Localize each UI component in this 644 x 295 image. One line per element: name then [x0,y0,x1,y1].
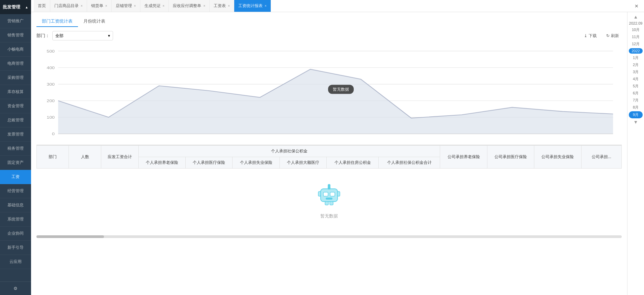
svg-rect-21 [325,202,328,205]
main-area: 首页门店商品目录×销货单×店铺管理×生成凭证×应收应付调整单×工资表×工资统计报… [31,0,644,295]
col-company-公司承担...: 公司承担... [581,146,621,169]
col-personal-个人承担住房公积金: 个人承担住房公积金 [327,157,379,169]
sidebar-item-asset[interactable]: 固定资产 [0,156,31,170]
svg-rect-19 [318,191,321,196]
timeline-month-current[interactable]: 9月 [629,111,643,118]
sidebar-item-ops[interactable]: 经营管理 [0,184,31,198]
sidebar-item-sys[interactable]: 系统管理 [0,212,31,227]
timeline-year-badge[interactable]: 2022 [629,48,642,54]
sidebar-item-corp[interactable]: 企业协同 [0,227,31,241]
close-all-tabs-button[interactable]: ✕ [632,3,641,9]
timeline-month-5月[interactable]: 5月 [627,83,644,90]
sidebar-item-app[interactable]: 云应用 [0,255,31,269]
refresh-icon: ↻ [606,33,610,38]
svg-text:100: 100 [47,115,55,120]
sub-tab-month[interactable]: 月份统计表 [78,16,111,27]
sidebar: 批发管理 ▲ 营销推广销售管理小畅电商电商管理采购管理库存核算资金管理总账管理发… [0,0,31,295]
scroll-bar-container[interactable] [36,233,622,241]
timeline-month-7月[interactable]: 7月 [627,97,644,104]
timeline-panel: ▲2022.0910月11月12月20221月2月3月4月5月6月7月8月9月▼ [627,12,644,295]
scroll-thumb[interactable] [36,235,104,238]
timeline-nav-up[interactable]: ▲ [633,13,639,20]
sidebar-item-basic[interactable]: 基础信息 [0,198,31,212]
col-company-公司承担养老保险: 公司承担养老保险 [440,146,487,169]
tab-close-sales-order[interactable]: × [105,4,107,8]
tab-close-report[interactable]: × [265,4,267,8]
timeline-nav-down[interactable]: ▼ [633,119,639,125]
timeline-month-6月[interactable]: 6月 [627,90,644,97]
svg-point-18 [328,184,330,187]
svg-rect-22 [330,202,333,205]
sidebar-item-guide[interactable]: 新手引导 [0,241,31,255]
col-应发工资合计: 应发工资合计 [101,146,138,169]
sidebar-item-mini[interactable]: 小畅电商 [0,42,31,57]
toolbar-right: ⤓ 下载 ↻ 刷新 [581,32,622,40]
sidebar-item-marketing[interactable]: 营销推广 [0,14,31,28]
tab-report[interactable]: 工资统计报表× [234,0,271,12]
timeline-month-10月[interactable]: 10月 [627,26,644,33]
col-personal-个人承担养老保险: 个人承担养老保险 [138,157,185,169]
sidebar-settings-button[interactable]: ⚙ [0,282,31,295]
svg-rect-14 [323,192,328,196]
col-group-personal: 个人承担社保公积金 [138,146,440,157]
sidebar-item-ledger[interactable]: 总账管理 [0,113,31,127]
scroll-bar[interactable] [36,235,622,238]
tab-sales-order[interactable]: 销货单× [87,0,112,12]
tab-payroll[interactable]: 工资表× [210,0,234,12]
table-area[interactable]: 部门人数应发工资合计个人承担社保公积金公司承担养老保险公司承担医疗保险公司承担失… [36,145,622,291]
sidebar-item-tax[interactable]: 税务管理 [0,142,31,156]
tab-label-sales-order: 销货单 [91,3,103,9]
tab-catalog[interactable]: 门店商品目录× [50,0,87,12]
sidebar-item-ecom[interactable]: 电商管理 [0,57,31,71]
refresh-button[interactable]: ↻ 刷新 [603,32,622,40]
tab-close-voucher[interactable]: × [163,4,165,8]
tab-close-catalog[interactable]: × [81,4,83,8]
empty-state: 暂无数据 [36,169,622,233]
dept-select[interactable]: 全部 ▾ [52,31,113,40]
sidebar-item-purchase[interactable]: 采购管理 [0,71,31,85]
timeline-month-8月[interactable]: 8月 [627,104,644,111]
timeline-month-3月[interactable]: 3月 [627,68,644,76]
chevron-down-icon: ▾ [108,33,110,38]
tab-store[interactable]: 店铺管理× [112,0,140,12]
data-table: 部门人数应发工资合计个人承担社保公积金公司承担养老保险公司承担医疗保险公司承担失… [36,145,622,169]
tab-close-payroll[interactable]: × [228,4,230,8]
timeline-month-2月[interactable]: 2月 [627,61,644,68]
sidebar-header[interactable]: 批发管理 ▲ [0,0,31,14]
col-人数: 人数 [69,146,101,169]
tab-label-report: 工资统计报表 [238,3,263,9]
col-部门: 部门 [37,146,69,169]
sidebar-item-wage[interactable]: 工资 [0,170,31,184]
tab-home[interactable]: 首页 [34,0,50,12]
timeline-month-11月[interactable]: 11月 [627,33,644,40]
download-icon: ⤓ [584,33,587,38]
chart-area: 0100200300400500 暂无数据 [36,44,622,145]
download-button[interactable]: ⤓ 下载 [581,32,599,40]
toolbar: 部门： 全部 ▾ ⤓ 下载 ↻ 刷新 [36,31,622,40]
col-personal-个人承担社保公积金合计: 个人承担社保公积金合计 [379,157,440,169]
tab-close-store[interactable]: × [134,4,136,8]
tab-label-home: 首页 [38,3,46,9]
tab-label-payroll: 工资表 [214,3,226,9]
svg-text:0: 0 [52,131,55,136]
sidebar-item-inventory[interactable]: 库存核算 [0,85,31,99]
tab-label-store: 店铺管理 [116,3,132,9]
svg-rect-16 [326,198,332,200]
tab-close-receivable[interactable]: × [203,4,205,8]
sub-tab-dept[interactable]: 部门工资统计表 [36,16,78,27]
col-company-公司承担医疗保险: 公司承担医疗保险 [487,146,534,169]
page: 部门工资统计表月份统计表 部门： 全部 ▾ ⤓ 下载 ↻ [31,12,627,295]
dept-select-value: 全部 [55,33,63,39]
col-personal-个人承担大额医疗: 个人承担大额医疗 [279,157,326,169]
sidebar-arrow-icon: ▲ [25,5,28,9]
col-company-公司承担失业保险: 公司承担失业保险 [534,146,581,169]
timeline-month-4月[interactable]: 4月 [627,76,644,83]
sidebar-item-invoice[interactable]: 发票管理 [0,127,31,142]
tab-voucher[interactable]: 生成凭证× [140,0,169,12]
tab-receivable[interactable]: 应收应付调整单× [169,0,210,12]
timeline-month-1月[interactable]: 1月 [627,54,644,61]
timeline-month-12月[interactable]: 12月 [627,40,644,48]
sidebar-item-sales[interactable]: 销售管理 [0,28,31,42]
sidebar-item-finance[interactable]: 资金管理 [0,99,31,113]
empty-robot-icon [316,182,343,209]
